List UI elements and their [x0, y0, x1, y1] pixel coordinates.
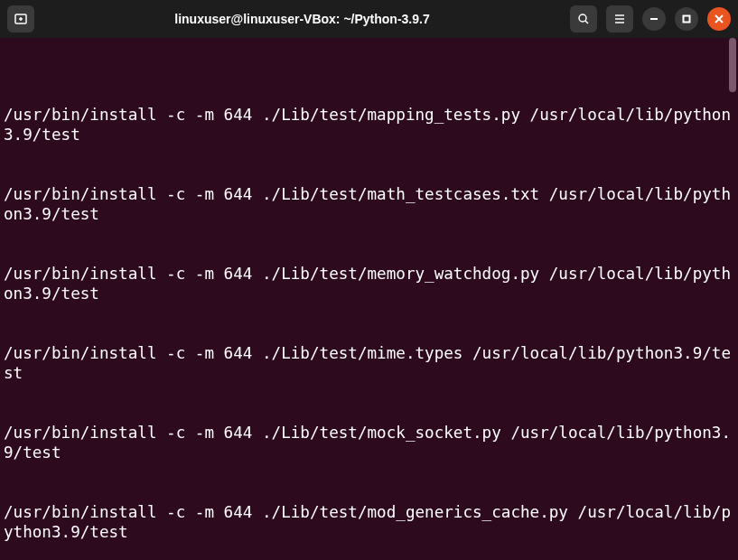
output-line: /usr/bin/install -c -m 644 ./Lib/test/mo…	[4, 502, 734, 542]
window-title: linuxuser@linuxuser-VBox: ~/Python-3.9.7	[42, 12, 563, 26]
new-tab-icon	[14, 12, 28, 26]
close-icon	[715, 14, 724, 23]
titlebar: linuxuser@linuxuser-VBox: ~/Python-3.9.7	[0, 0, 738, 38]
maximize-icon	[682, 14, 691, 23]
svg-line-4	[585, 21, 588, 23]
new-tab-button[interactable]	[7, 5, 34, 33]
terminal-output[interactable]: /usr/bin/install -c -m 644 ./Lib/test/ma…	[0, 38, 738, 560]
titlebar-right	[570, 5, 731, 33]
minimize-button[interactable]	[642, 7, 666, 31]
output-line: /usr/bin/install -c -m 644 ./Lib/test/mo…	[4, 423, 734, 462]
menu-button[interactable]	[606, 5, 633, 33]
search-icon	[576, 12, 591, 26]
output-line: /usr/bin/install -c -m 644 ./Lib/test/ma…	[4, 105, 734, 145]
svg-rect-9	[684, 16, 690, 23]
output-line: /usr/bin/install -c -m 644 ./Lib/test/mi…	[4, 343, 734, 383]
hamburger-icon	[612, 12, 627, 26]
output-line: /usr/bin/install -c -m 644 ./Lib/test/me…	[4, 264, 734, 303]
search-button[interactable]	[570, 5, 597, 33]
minimize-icon	[649, 14, 659, 23]
maximize-button[interactable]	[675, 7, 698, 31]
svg-point-3	[579, 14, 586, 22]
output-line: /usr/bin/install -c -m 644 ./Lib/test/ma…	[4, 184, 734, 224]
scrollbar[interactable]	[729, 38, 736, 92]
close-button[interactable]	[707, 7, 731, 31]
titlebar-left	[7, 5, 34, 33]
